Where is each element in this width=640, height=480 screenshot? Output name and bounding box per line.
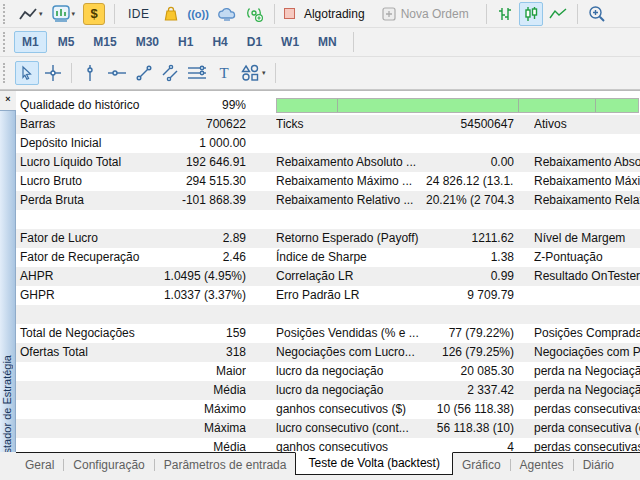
stat-label: Posições Vendidas (% e ...: [276, 324, 426, 343]
table-row[interactable]: AHPR1.0495 (4.95%)Correlação LR0.99Resul…: [16, 267, 640, 286]
table-row[interactable]: Médialucro da negociação2 337.42perda na…: [16, 381, 640, 400]
chart-list-button[interactable]: ▾: [15, 2, 46, 26]
bar-chart-mode-button[interactable]: [493, 2, 517, 26]
tester-tabbar: Geral Configuração Parâmetros de entrada…: [0, 452, 640, 477]
stat-value: 2 337.42: [426, 381, 514, 400]
vertical-tab-label: Testador de Estratégia: [1, 355, 13, 465]
dollar-trade-button[interactable]: $: [80, 2, 108, 26]
table-row[interactable]: [16, 305, 640, 324]
stat-label: GHPR: [16, 286, 156, 305]
toolbar-separator: [114, 4, 115, 24]
stat-label: perdas consecutivas: [534, 438, 640, 453]
radar-plus-icon: [245, 5, 265, 23]
timeframe-m30[interactable]: M30: [128, 31, 167, 53]
stat-value: 1.38: [426, 248, 514, 267]
equidistant-lines-tool[interactable]: [184, 61, 210, 85]
algotrading-toggle[interactable]: Algotrading: [281, 2, 376, 26]
toolbar-grip[interactable]: [3, 63, 10, 83]
stat-label: [16, 419, 156, 438]
stat-value: 24 826.12 (13.1...: [426, 172, 514, 191]
stat-label: Negociações com Lucro...: [276, 343, 426, 362]
timeframe-w1[interactable]: W1: [273, 31, 307, 53]
stat-label: Z-Pontuação: [534, 248, 640, 267]
tab-diario[interactable]: Diário: [574, 454, 623, 476]
ide-button[interactable]: IDE: [121, 2, 157, 26]
table-row[interactable]: Fator de Recuperação2.46Índice de Sharpe…: [16, 248, 640, 267]
chevron-down-icon: ▾: [72, 10, 76, 18]
timeframe-m1[interactable]: M1: [14, 31, 47, 53]
table-row[interactable]: Médiaganhos consecutivos4perdas consecut…: [16, 438, 640, 453]
table-row[interactable]: Perda Bruta-101 868.39Rebaixamento Relat…: [16, 191, 640, 210]
timeframe-h4[interactable]: H4: [204, 31, 235, 53]
timeframe-mn[interactable]: MN: [310, 31, 345, 53]
table-row[interactable]: Qualidade do histórico99%: [16, 96, 640, 115]
stat-value: 2.89: [156, 229, 246, 248]
tab-grafico[interactable]: Gráfico: [453, 454, 510, 476]
stat-value: 126 (79.25%): [426, 343, 514, 362]
crosshair-tool-button[interactable]: [41, 61, 65, 85]
table-row[interactable]: Total de Negociações159Posições Vendidas…: [16, 324, 640, 343]
stat-value: 54500647: [426, 115, 514, 134]
candlestick-mode-button[interactable]: [519, 2, 543, 26]
new-order-button[interactable]: Nova Ordem: [378, 2, 480, 26]
table-row[interactable]: Depósito Inicial1 000.00: [16, 134, 640, 153]
stat-label: Rebaixamento Máxim: [534, 172, 640, 191]
channel-icon: [161, 64, 179, 82]
stat-label: [16, 362, 156, 381]
table-row[interactable]: Máximoganhos consecutivos ($)10 (56 118.…: [16, 400, 640, 419]
tab-geral[interactable]: Geral: [16, 454, 63, 476]
strategy-tester-vertical-tab[interactable]: Testador de Estratégia: [0, 110, 16, 472]
stat-label: [276, 305, 426, 324]
cloud-button[interactable]: [214, 2, 240, 26]
stat-value: 1 000.00: [156, 134, 246, 153]
stat-value: 0.00: [426, 153, 514, 172]
toolbar-grip[interactable]: [3, 4, 10, 24]
tab-parametros[interactable]: Parâmetros de entrada: [155, 454, 296, 476]
signals-button[interactable]: ((o)): [185, 2, 212, 26]
tab-configuracao[interactable]: Configuração: [64, 454, 153, 476]
chart-profiles-button[interactable]: ▾: [48, 2, 79, 26]
stat-label: [534, 134, 640, 153]
stat-value: [156, 210, 246, 229]
horizontal-line-tool[interactable]: [104, 61, 130, 85]
stat-label: Total de Negociações: [16, 324, 156, 343]
tester-tabs: Geral Configuração Parâmetros de entrada…: [16, 452, 623, 477]
candlestick-icon: [522, 5, 540, 23]
line-chart-mode-button[interactable]: [545, 2, 571, 26]
panel-side-strip: × Testador de Estratégia: [0, 91, 16, 478]
timeframe-m15[interactable]: M15: [85, 31, 124, 53]
vertical-line-tool[interactable]: [78, 61, 102, 85]
close-panel-button[interactable]: ×: [0, 91, 16, 107]
shapes-tool[interactable]: ▾: [238, 61, 269, 85]
timeframe-m5[interactable]: M5: [50, 31, 83, 53]
toolbar-grip[interactable]: [3, 32, 10, 52]
zoom-in-button[interactable]: [584, 2, 610, 26]
table-row[interactable]: Máximalucro consecutivo (cont...56 118.3…: [16, 419, 640, 438]
table-row[interactable]: GHPR1.0337 (3.37%)Erro Padrão LR9 709.79: [16, 286, 640, 305]
table-row[interactable]: Barras700622Ticks54500647Ativos: [16, 115, 640, 134]
timeframe-d1[interactable]: D1: [239, 31, 270, 53]
timeframe-h1[interactable]: H1: [170, 31, 201, 53]
copy-trading-button[interactable]: [242, 2, 268, 26]
table-row[interactable]: [16, 210, 640, 229]
table-row[interactable]: Lucro Bruto294 515.30Rebaixamento Máximo…: [16, 172, 640, 191]
tab-agentes[interactable]: Agentes: [511, 454, 573, 476]
market-button[interactable]: [159, 2, 183, 26]
trendline-tool[interactable]: [132, 61, 156, 85]
stat-label: Retorno Esperado (Payoff): [276, 229, 426, 248]
table-row[interactable]: Maiorlucro da negociação20 085.30perda n…: [16, 362, 640, 381]
stat-label: lucro da negociação: [276, 362, 426, 381]
stat-value: 1.0495 (4.95%): [156, 267, 246, 286]
table-row[interactable]: Ofertas Total318Negociações com Lucro...…: [16, 343, 640, 362]
stat-label: [276, 210, 426, 229]
stat-label: Posições Compradas: [534, 324, 640, 343]
channel-tool[interactable]: [158, 61, 182, 85]
ohlc-bars-icon: [496, 5, 514, 23]
text-tool[interactable]: T: [212, 61, 236, 85]
tab-backtest[interactable]: Teste de Volta (backtest): [295, 452, 452, 475]
table-row[interactable]: Lucro Líquido Total192 646.91Rebaixament…: [16, 153, 640, 172]
cursor-tool-button[interactable]: [15, 61, 39, 85]
stat-value: 700622: [156, 115, 246, 134]
new-order-label: Nova Ordem: [401, 7, 469, 21]
table-row[interactable]: Fator de Lucro2.89Retorno Esperado (Payo…: [16, 229, 640, 248]
